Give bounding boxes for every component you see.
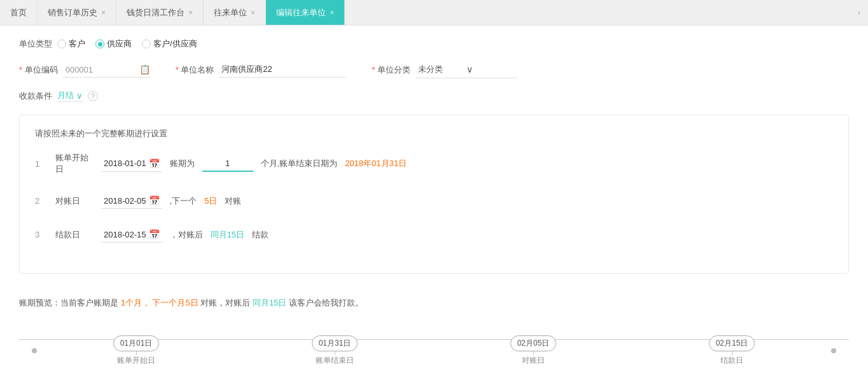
timeline-point-3: 02月05日 对账日 xyxy=(510,335,557,366)
preview-text: 账期预览：当前客户账期是 1个月， 下一个月5日 对账，对账后 同月15日 该客… xyxy=(19,297,849,310)
setting-row-3: 3 结款日 2018-02-15 📅 ，对账后 同月15日 结款 xyxy=(35,227,833,243)
tab-sales-history[interactable]: 销售订单历史 × xyxy=(38,0,116,25)
unit-name-input[interactable] xyxy=(219,62,346,78)
setting-label-2: 对账日 xyxy=(55,195,94,207)
radio-both[interactable]: 客户/供应商 xyxy=(142,38,197,50)
payment-label: 收款条件 xyxy=(19,90,52,102)
tabs-scroll-arrow[interactable]: › xyxy=(850,0,868,25)
period-input[interactable] xyxy=(202,156,253,172)
unit-type-row: 单位类型 客户 供应商 客户/供应商 xyxy=(19,38,849,50)
period-prefix: 账期为 xyxy=(170,158,195,169)
timeline-label-4: 结款日 xyxy=(720,355,743,366)
radio-customer-circle xyxy=(57,39,66,48)
reconcile-suffix: 对账 xyxy=(225,195,241,207)
tab-partners-close[interactable]: × xyxy=(251,8,255,17)
tab-edit-partner-label: 编辑往来单位 xyxy=(276,7,326,18)
payment-select[interactable]: 月结 ∨ xyxy=(57,90,83,102)
preview-period: 1个月， xyxy=(121,298,150,307)
preview-section: 账期预览：当前客户账期是 1个月， 下一个月5日 对账，对账后 同月15日 该客… xyxy=(19,286,849,386)
radio-customer[interactable]: 客户 xyxy=(57,38,85,50)
unit-type-radio-group: 客户 供应商 客户/供应商 xyxy=(57,38,197,50)
reconcile-date-value: 2018-02-05 xyxy=(104,196,146,206)
tab-cashier-close[interactable]: × xyxy=(188,8,193,17)
copy-icon[interactable]: 📋 xyxy=(139,64,150,74)
reconcile-prefix: ,下一个 xyxy=(170,195,197,207)
radio-both-circle xyxy=(142,39,151,48)
main-content: 单位类型 客户 供应商 客户/供应商 xyxy=(0,25,868,387)
radio-both-label: 客户/供应商 xyxy=(153,38,197,50)
timeline-point-4: 02月15日 结款日 xyxy=(709,335,755,366)
tab-home-label: 首页 xyxy=(10,7,27,18)
form-section: 单位类型 客户 供应商 客户/供应商 xyxy=(19,38,849,102)
tab-partners[interactable]: 往来单位 × xyxy=(204,0,266,25)
setting-label-1: 账单开始日 xyxy=(55,152,94,175)
radio-supplier-circle xyxy=(95,39,104,48)
preview-label: 账期预览：当前客户账期是 xyxy=(19,298,118,307)
unit-type-label: 单位类型 xyxy=(19,38,52,50)
timeline: 01月01日 账单开始日 01月31日 账单结束日 02月05日 对账日 xyxy=(19,325,849,376)
preview-mid: 对账，对账后 xyxy=(200,298,250,307)
unit-code-label: 单位编码 xyxy=(19,64,58,76)
start-date-cal-icon[interactable]: 📅 xyxy=(149,158,160,169)
tab-partners-label: 往来单位 xyxy=(214,7,247,18)
payment-dropdown-icon: ∨ xyxy=(76,91,83,101)
timeline-badge-2: 01月31日 xyxy=(312,335,358,351)
payment-help-icon[interactable]: ? xyxy=(88,91,98,101)
preview-reconcile-day: 下一个月5日 xyxy=(152,298,198,307)
setting-num-3: 3 xyxy=(35,230,48,239)
end-date-highlight: 2018年01月31日 xyxy=(345,158,407,169)
setting-label-3: 结款日 xyxy=(55,229,94,241)
tab-home[interactable]: 首页 xyxy=(0,0,38,25)
period-unit-text: 个月,账单结束日期为 xyxy=(261,158,338,169)
tabs-bar: 首页 销售订单历史 × 钱货日清工作台 × 往来单位 × 编辑往来单位 × › xyxy=(0,0,868,25)
unit-details-row: 单位编码 📋 单位名称 单位分类 未分类 ∨ xyxy=(19,61,849,78)
timeline-point-1: 01月01日 账单开始日 xyxy=(113,335,160,366)
tab-cashier[interactable]: 钱货日清工作台 × xyxy=(116,0,204,25)
tab-edit-partner-close[interactable]: × xyxy=(330,8,334,17)
tab-sales-history-label: 销售订单历史 xyxy=(48,7,97,18)
start-date-value: 2018-01-01 xyxy=(104,158,146,168)
reconcile-day-highlight: 5日 xyxy=(204,195,217,207)
unit-type-item: 单位类型 客户 供应商 客户/供应商 xyxy=(19,38,197,50)
timeline-point-2: 01月31日 账单结束日 xyxy=(312,335,358,366)
payment-day-highlight: 同月15日 xyxy=(211,229,244,241)
timeline-label-2: 账单结束日 xyxy=(316,355,354,366)
setting-num-2: 2 xyxy=(35,196,48,206)
payment-row: 收款条件 月结 ∨ ? xyxy=(19,90,849,102)
unit-code-item: 单位编码 📋 xyxy=(19,62,150,78)
unit-code-input[interactable] xyxy=(63,62,139,77)
payment-date-value: 2018-02-15 xyxy=(104,230,146,239)
timeline-badge-3: 02月05日 xyxy=(510,335,557,351)
reconcile-date-cal-icon[interactable]: 📅 xyxy=(149,195,160,206)
unit-code-input-group: 📋 xyxy=(63,62,150,78)
reconcile-date-group: 2018-02-05 📅 xyxy=(101,193,162,209)
radio-supplier[interactable]: 供应商 xyxy=(95,38,132,50)
tab-edit-partner[interactable]: 编辑往来单位 × xyxy=(266,0,345,25)
unit-class-label: 单位分类 xyxy=(372,64,410,76)
payment-date-group: 2018-02-15 📅 xyxy=(101,227,162,243)
settings-title: 请按照未来的一个完整帐期进行设置 xyxy=(35,128,833,139)
unit-name-item: 单位名称 xyxy=(176,62,347,78)
payment-suffix: 结款 xyxy=(252,229,269,241)
setting-row-2: 2 对账日 2018-02-05 📅 ,下一个 5日 对账 xyxy=(35,193,833,209)
timeline-badge-4: 02月15日 xyxy=(709,335,755,351)
unit-name-label: 单位名称 xyxy=(176,64,214,76)
settings-card: 请按照未来的一个完整帐期进行设置 1 账单开始日 2018-01-01 📅 账期… xyxy=(19,115,849,274)
radio-customer-label: 客户 xyxy=(69,38,85,50)
payment-prefix: ，对账后 xyxy=(170,229,203,241)
unit-class-arrow-icon: ∨ xyxy=(466,64,515,74)
timeline-label-1: 账单开始日 xyxy=(117,355,155,366)
payment-date-cal-icon[interactable]: 📅 xyxy=(149,229,160,239)
tab-sales-history-close[interactable]: × xyxy=(101,8,106,17)
tab-cashier-label: 钱货日清工作台 xyxy=(127,7,185,18)
unit-class-item: 单位分类 未分类 ∨ xyxy=(372,61,517,78)
unit-class-value: 未分类 xyxy=(418,64,466,75)
unit-class-select[interactable]: 未分类 ∨ xyxy=(416,61,517,78)
timeline-right-dot xyxy=(831,348,836,353)
setting-row-1: 1 账单开始日 2018-01-01 📅 账期为 个月,账单结束日期为 2018… xyxy=(35,152,833,175)
radio-supplier-label: 供应商 xyxy=(107,38,132,50)
payment-value: 月结 xyxy=(57,90,74,101)
timeline-left-dot xyxy=(32,348,37,353)
setting-num-1: 1 xyxy=(35,159,48,169)
preview-payment-day: 同月15日 xyxy=(253,298,286,307)
